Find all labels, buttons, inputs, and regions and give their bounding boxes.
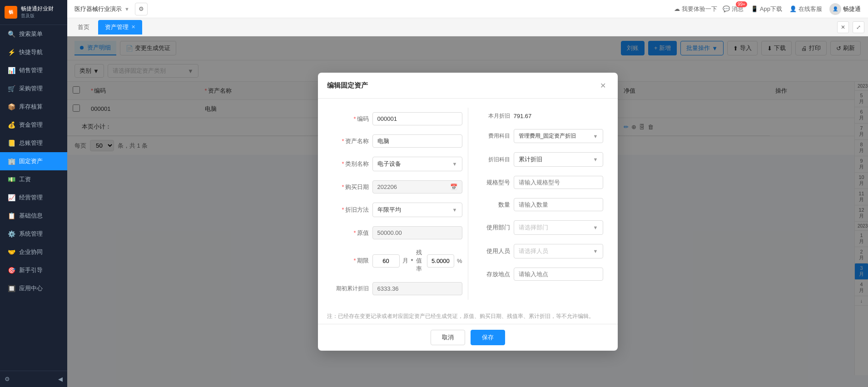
period-input[interactable] <box>372 254 400 268</box>
code-label: *编码 <box>332 115 369 123</box>
form-row-quantity: 数量 <box>468 194 609 216</box>
code-input[interactable] <box>372 112 462 125</box>
modal-close-button[interactable]: ✕ <box>598 80 609 91</box>
sidebar-branding: 畅捷通好业财 普及版 <box>21 5 54 19</box>
spec-label: 规格型号 <box>474 179 510 187</box>
depr-subject-select[interactable]: 累计折旧 ▼ <box>514 152 603 167</box>
sidebar-item-business[interactable]: 📈 经营管理 <box>0 189 67 207</box>
tab-close-button[interactable]: ✕ <box>837 21 849 33</box>
expense-subject-arrow-icon: ▼ <box>593 134 598 139</box>
sidebar-item-search[interactable]: 🔍 搜索菜单 <box>0 25 67 43</box>
cart-icon: 🛒 <box>7 84 15 93</box>
name-label: *资产名称 <box>332 137 369 145</box>
category-select[interactable]: 电子设备 ▼ <box>372 157 462 171</box>
online-service-button[interactable]: 👤 在线客服 <box>789 5 822 13</box>
edit-asset-modal: 编辑固定资产 ✕ *编码 <box>318 73 618 351</box>
sidebar-item-app-center[interactable]: 🔲 应用中心 <box>0 279 67 298</box>
form-row-user: 使用人员 请选择人员 ▼ <box>468 239 609 263</box>
period-unit: 月 <box>402 257 408 265</box>
company-name: 医疗器械行业演示 <box>74 5 122 13</box>
save-button[interactable]: 保存 <box>471 330 505 345</box>
sidebar-title: 畅捷通好业财 <box>21 5 54 13</box>
cancel-button[interactable]: 取消 <box>431 330 465 345</box>
depr-method-arrow-icon: ▼ <box>452 207 457 213</box>
depr-method-label: *折旧方法 <box>332 206 369 214</box>
purchase-date-label: *购买日期 <box>332 183 369 191</box>
building-icon: 🏢 <box>7 157 15 165</box>
quantity-input[interactable] <box>514 198 603 211</box>
user-arrow-icon: ▼ <box>593 248 598 254</box>
spec-input[interactable] <box>514 176 603 189</box>
experience-button[interactable]: ☁ 我要体验一下 <box>674 5 717 13</box>
app-download-button[interactable]: 📱 App下载 <box>751 5 782 13</box>
download-icon: 📱 <box>751 5 758 12</box>
close-window-icon: ✕ <box>841 24 845 30</box>
sidebar-item-enterprise[interactable]: 🤝 企业协同 <box>0 243 67 261</box>
name-input[interactable] <box>372 134 462 148</box>
tabbar: 首页 资产管理 ✕ ✕ ⤢ <box>67 18 868 36</box>
sidebar-subtitle: 普及版 <box>21 13 54 19</box>
expense-subject-select[interactable]: 管理费用_固定资产折旧 ▼ <box>514 129 603 143</box>
sidebar-item-finance[interactable]: 💰 资金管理 <box>0 116 67 134</box>
sidebar-item-salary[interactable]: 💵 工资 <box>0 170 67 189</box>
form-row-period: *期限 月 * 残值率 % <box>327 244 468 278</box>
sidebar-nav: 🔍 搜索菜单 ⚡ 快捷导航 📊 销售管理 🛒 采购管理 📦 库存核算 💰 <box>0 25 67 371</box>
user-select[interactable]: 请选择人员 ▼ <box>514 244 603 258</box>
settings-bottom-icon[interactable]: ⚙ <box>5 376 10 382</box>
main-area: 医疗器械行业演示 ▼ ⚙ ☁ 我要体验一下 💬 消息 99+ 📱 App下载 <box>67 0 868 387</box>
modal-left-col: *编码 *资产名称 <box>327 108 468 300</box>
logo-icon: 畅 <box>5 6 17 19</box>
collapse-icon[interactable]: ◀ <box>58 376 63 382</box>
original-value-input[interactable] <box>372 226 462 239</box>
period-label: *期限 <box>332 257 369 265</box>
location-input[interactable] <box>514 268 603 281</box>
period-group: 月 * 残值率 % <box>372 248 462 273</box>
sidebar-item-sales[interactable]: 📊 销售管理 <box>0 61 67 79</box>
grid-icon: 🔲 <box>7 284 15 293</box>
sidebar-item-base-info[interactable]: 📋 基础信息 <box>0 207 67 225</box>
dollar-icon: 💵 <box>7 175 15 184</box>
sidebar-bottom[interactable]: ⚙ ◀ <box>0 371 67 387</box>
sidebar-item-guide[interactable]: 🎯 新手引导 <box>0 261 67 279</box>
form-row-code: *编码 <box>327 108 468 130</box>
initial-depr-input[interactable] <box>372 282 462 295</box>
category-label: *类别名称 <box>332 160 369 168</box>
residual-rate-req: * <box>411 258 413 264</box>
residual-rate-input[interactable] <box>427 254 454 268</box>
sidebar-item-system[interactable]: ⚙️ 系统管理 <box>0 225 67 243</box>
tab-close-icon[interactable]: ✕ <box>131 24 135 30</box>
sidebar-item-purchase[interactable]: 🛒 采购管理 <box>0 79 67 98</box>
sidebar-item-inventory[interactable]: 📦 库存核算 <box>0 98 67 116</box>
depr-method-select[interactable]: 年限平均 ▼ <box>372 203 462 217</box>
tab-asset-mgmt[interactable]: 资产管理 ✕ <box>98 20 142 35</box>
form-row-original-value: *原值 <box>327 222 468 244</box>
modal-body: *编码 *资产名称 <box>318 99 618 309</box>
sidebar-item-ledger[interactable]: 📒 总账管理 <box>0 134 67 152</box>
residual-rate-label: 残值率 <box>416 248 424 273</box>
tab-home[interactable]: 首页 <box>71 20 96 35</box>
tab-expand-button[interactable]: ⤢ <box>853 21 864 33</box>
form-row-name: *资产名称 <box>327 130 468 152</box>
form-row-department: 使用部门 请选择部门 ▼ <box>468 216 609 239</box>
depr-subject-label: 折旧科目 <box>474 156 510 164</box>
sidebar-item-fixed-assets[interactable]: 🏢 固定资产 <box>0 152 67 170</box>
lightning-icon: ⚡ <box>7 48 15 56</box>
message-button[interactable]: 💬 消息 99+ <box>723 5 744 13</box>
trending-icon: 📈 <box>7 194 15 202</box>
settings-icon: ⚙ <box>139 5 144 12</box>
modal-right-col: 本月折旧 791.67 费用科目 <box>468 108 609 300</box>
search-icon: 🔍 <box>7 30 15 38</box>
form-row-location: 存放地点 <box>468 263 609 285</box>
sidebar-header: 畅 畅捷通好业财 普及版 <box>0 0 67 25</box>
page-content: 资产明细 📄 变更生成凭证 刘账 + 新增 批量操作 ▼ ⬆ <box>67 36 868 387</box>
topbar-settings-button[interactable]: ⚙ <box>135 3 148 15</box>
department-label: 使用部门 <box>474 223 510 232</box>
user-area[interactable]: 👤 畅捷通 <box>829 3 861 15</box>
modal-header: 编辑固定资产 ✕ <box>318 73 618 99</box>
form-row-depr-subject: 折旧科目 累计折旧 ▼ <box>468 148 609 171</box>
sidebar-item-quick-nav[interactable]: ⚡ 快捷导航 <box>0 43 67 61</box>
clipboard-icon: 📋 <box>7 212 15 220</box>
department-select[interactable]: 请选择部门 ▼ <box>514 220 603 235</box>
company-selector[interactable]: 医疗器械行业演示 ▼ <box>74 5 129 13</box>
calendar-icon[interactable]: 📅 <box>450 184 457 190</box>
